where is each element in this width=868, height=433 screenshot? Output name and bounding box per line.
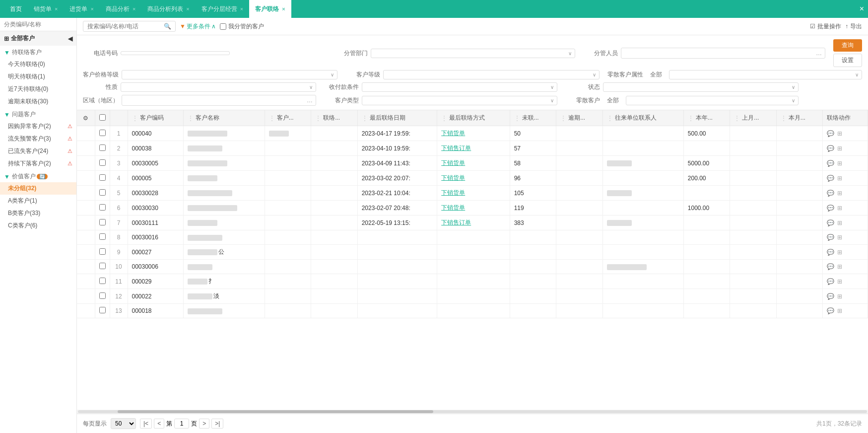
customer-type-select[interactable]: ∨ xyxy=(362,96,557,105)
checkbox-cell[interactable] xyxy=(95,216,110,230)
grid-action-icon[interactable]: ⊞ xyxy=(837,293,842,300)
customer-name-col-header[interactable]: ⋮ 客户名称 xyxy=(184,110,265,126)
grid-action-icon[interactable]: ⊞ xyxy=(837,205,842,212)
more-filters-button[interactable]: ▼ 更多条件 ∧ xyxy=(180,22,216,31)
all-customers-header[interactable]: ⊞ 全部客户 ◀ xyxy=(0,31,76,46)
checkbox-cell[interactable] xyxy=(95,230,110,245)
settings-icon[interactable]: ⚙ xyxy=(83,115,88,122)
message-icon[interactable]: 💬 xyxy=(827,307,834,314)
customer-code-col-header[interactable]: ⋮ 客户编码 xyxy=(128,110,184,126)
prev-page-button[interactable]: < xyxy=(154,419,164,429)
sidebar-item-ungrouped[interactable]: 未分组(32) xyxy=(0,182,76,195)
row-checkbox[interactable] xyxy=(99,278,106,284)
next-page-button[interactable]: > xyxy=(199,419,209,429)
scrollbar-track[interactable] xyxy=(78,410,867,413)
tab-customer-segment[interactable]: 客户分层经营 × xyxy=(196,0,249,18)
region-input[interactable]: … xyxy=(122,95,316,106)
grid-action-icon[interactable]: ⊞ xyxy=(837,190,842,197)
select-all-checkbox[interactable] xyxy=(99,114,106,121)
sidebar-item-class-b[interactable]: B类客户(33) xyxy=(0,207,76,219)
message-icon[interactable]: 💬 xyxy=(827,190,834,197)
grid-action-icon[interactable]: ⊞ xyxy=(837,278,842,285)
message-icon[interactable]: 💬 xyxy=(827,175,834,182)
last-page-button[interactable]: >| xyxy=(211,419,223,429)
scrollbar-thumb[interactable] xyxy=(118,410,433,413)
tab-product-analysis-list[interactable]: 商品分析列表 × xyxy=(141,0,195,18)
row-checkbox[interactable] xyxy=(99,159,106,166)
sidebar-item-today[interactable]: 今天待联络(0) xyxy=(0,58,76,71)
tab-customer-contact[interactable]: 客户联络 × xyxy=(249,0,291,18)
message-icon[interactable]: 💬 xyxy=(827,160,834,167)
contact-method-link[interactable]: 下销货单 xyxy=(441,130,465,137)
row-checkbox[interactable] xyxy=(99,233,106,240)
collapse-icon[interactable]: ◀ xyxy=(68,35,72,42)
message-icon[interactable]: 💬 xyxy=(827,278,834,285)
sidebar-item-churned[interactable]: 已流失客户(24) ⚠ xyxy=(0,145,76,157)
row-checkbox[interactable] xyxy=(99,174,106,181)
row-checkbox[interactable] xyxy=(99,130,106,136)
export-button[interactable]: ↑ 导出 xyxy=(845,22,862,31)
contact-method-link[interactable]: 下销售订单 xyxy=(441,219,471,226)
this-month-col-header[interactable]: ⋮ 本月... xyxy=(776,110,822,126)
first-page-button[interactable]: |< xyxy=(140,419,152,429)
tab-purchase-order[interactable]: 进货单 × xyxy=(64,0,99,18)
checkbox-cell[interactable] xyxy=(95,304,110,318)
col-resize-icon8[interactable]: ⋮ xyxy=(560,115,566,122)
grid-action-icon[interactable]: ⊞ xyxy=(837,249,842,256)
contact-method-link[interactable]: 下销售订单 xyxy=(441,144,471,151)
last-contact-date-col-header[interactable]: ⋮ 最后联络日期 xyxy=(357,110,437,126)
close-purchase-order-icon[interactable]: × xyxy=(90,6,93,12)
region-ellipsis-icon[interactable]: … xyxy=(307,97,313,104)
sidebar-item-class-a[interactable]: A类客户(1) xyxy=(0,195,76,207)
contact-col-header[interactable]: ⋮ 联络... xyxy=(311,110,357,126)
refresh-badge[interactable]: 🔄 xyxy=(37,174,48,179)
person-input[interactable]: … xyxy=(621,48,825,59)
col-resize-icon7[interactable]: ⋮ xyxy=(514,115,520,122)
row-checkbox[interactable] xyxy=(99,307,106,313)
contact-method-link[interactable]: 下销货单 xyxy=(441,159,465,166)
sidebar-item-declining[interactable]: 持续下落客户(2) ⚠ xyxy=(0,157,76,170)
search-input[interactable] xyxy=(87,23,162,30)
message-icon[interactable]: 💬 xyxy=(827,219,834,226)
checkbox-cell[interactable] xyxy=(95,156,110,171)
sidebar-item-7days[interactable]: 近7天待联络(0) xyxy=(0,83,76,95)
checkbox-cell[interactable] xyxy=(95,126,110,141)
payment-select[interactable]: ∨ xyxy=(362,82,557,92)
tab-product-analysis[interactable]: 商品分析 × xyxy=(100,0,141,18)
horizontal-scrollbar[interactable] xyxy=(77,410,868,414)
col-resize-icon10[interactable]: ⋮ xyxy=(688,115,694,122)
checkbox-cell[interactable] xyxy=(95,141,110,156)
sidebar-item-overdue[interactable]: 逾期未联络(30) xyxy=(0,95,76,108)
grid-action-icon[interactable]: ⊞ xyxy=(837,307,842,314)
this-year-col-header[interactable]: ⋮ 本年... xyxy=(683,110,730,126)
contact-method-link[interactable]: 下销货单 xyxy=(441,189,465,196)
message-icon[interactable]: 💬 xyxy=(827,234,834,241)
section-problem-customers[interactable]: ▼ 问题客户 xyxy=(0,108,76,120)
message-icon[interactable]: 💬 xyxy=(827,293,834,300)
message-icon[interactable]: 💬 xyxy=(827,249,834,256)
col-resize-icon6[interactable]: ⋮ xyxy=(441,115,447,122)
section-value-customers[interactable]: ▼ 价值客户 🔄 xyxy=(0,170,76,182)
row-checkbox[interactable] xyxy=(99,263,106,269)
retail-customer-select[interactable]: ∨ xyxy=(626,96,799,105)
col-resize-icon2[interactable]: ⋮ xyxy=(188,115,194,122)
col-resize-icon11[interactable]: ⋮ xyxy=(734,115,740,122)
sidebar-item-tomorrow[interactable]: 明天待联络(1) xyxy=(0,71,76,83)
message-icon[interactable]: 💬 xyxy=(827,263,834,270)
grid-action-icon[interactable]: ⊞ xyxy=(837,263,842,270)
retail-attr-select[interactable]: ∨ xyxy=(669,70,862,79)
close-customer-contact-icon[interactable]: × xyxy=(282,6,285,12)
sidebar-item-churn-warning[interactable]: 流失预警客户(3) ⚠ xyxy=(0,133,76,145)
col-resize-icon5[interactable]: ⋮ xyxy=(362,115,368,122)
last-contact-method-col-header[interactable]: ⋮ 最后联络方式 xyxy=(437,110,510,126)
customer-type-col-header[interactable]: ⋮ 客户... xyxy=(265,110,311,126)
query-button[interactable]: 查询 xyxy=(833,39,862,52)
page-size-select[interactable]: 50 20 100 xyxy=(111,418,136,429)
checkbox-cell[interactable] xyxy=(95,171,110,186)
search-box[interactable]: 🔍 xyxy=(83,21,176,32)
tab-sales-order[interactable]: 销货单 × xyxy=(28,0,64,18)
grid-action-icon[interactable]: ⊞ xyxy=(837,130,842,137)
section-pending-contact[interactable]: ▼ 待联络客户 xyxy=(0,46,76,58)
grid-action-icon[interactable]: ⊞ xyxy=(837,175,842,182)
checkbox-cell[interactable] xyxy=(95,289,110,304)
